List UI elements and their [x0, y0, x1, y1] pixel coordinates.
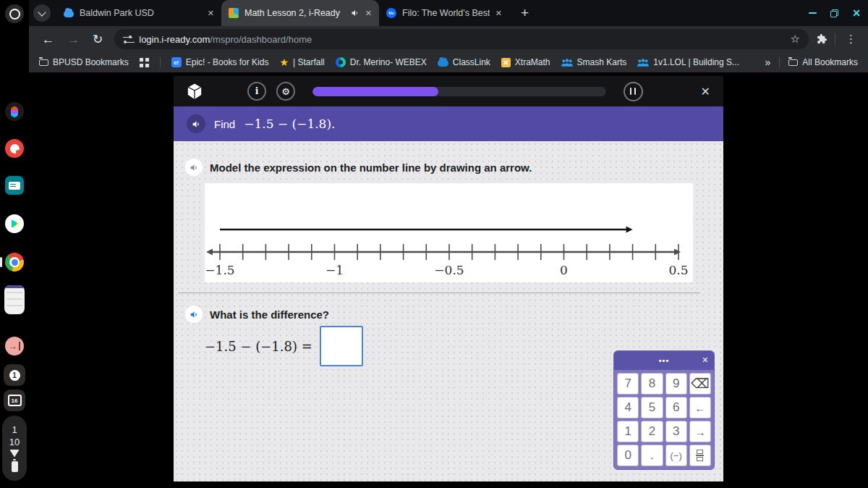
cursive-app-icon[interactable] [5, 176, 24, 195]
extensions-icon[interactable] [816, 33, 827, 45]
bookmark-label: 1v1.LOL | Building S... [653, 57, 739, 67]
bookmarks-folder-bpusd[interactable]: BPUSD Bookmarks [39, 57, 129, 67]
key-6[interactable]: 6 [665, 397, 687, 418]
speaker-icon[interactable] [185, 306, 203, 323]
url-path: /mspro/dashboard/home [210, 34, 312, 45]
bookmark-webex[interactable]: Dr. Merino- WEBEX [336, 57, 427, 67]
lesson-close-icon[interactable]: ✕ [701, 85, 710, 98]
all-bookmarks-label: All Bookmarks [802, 57, 858, 67]
canvas-app-icon[interactable] [5, 139, 24, 158]
equation-text: −1.5 − (−1.8) = [205, 339, 312, 354]
active-app-indicator [0, 257, 2, 267]
tab-close-icon[interactable]: ✕ [208, 9, 214, 18]
svg-text:0.5: 0.5 [668, 263, 688, 277]
section-divider [178, 293, 700, 293]
answer-input[interactable] [320, 326, 363, 366]
notification-app-icon[interactable]: 1 [4, 364, 25, 386]
pause-icon [630, 88, 632, 95]
tab-iready-lesson[interactable]: Math Lesson 2, i-Ready ✕ [221, 0, 379, 26]
backspace-icon[interactable]: ⌫ [689, 373, 711, 395]
tab-strip: Baldwin Park USD ✕ Math Lesson 2, i-Read… [29, 0, 868, 26]
launcher-icon[interactable] [5, 4, 24, 23]
speaker-icon[interactable] [187, 114, 205, 133]
tab-audio-icon[interactable] [351, 9, 359, 17]
number-pad: ••• × 789⌫456←123→0.(−) [613, 350, 715, 470]
all-bookmarks-button[interactable]: All Bookmarks [788, 57, 858, 67]
drag-handle-icon[interactable]: ••• [659, 356, 670, 365]
key-negative[interactable]: (−) [665, 445, 687, 466]
tab-search-button[interactable] [33, 4, 51, 22]
key-4[interactable]: 4 [617, 397, 639, 418]
question-expression: −1.5 − (−1.8). [244, 117, 335, 131]
tab-title: Math Lesson 2, i-Ready [244, 8, 345, 18]
key-8[interactable]: 8 [641, 373, 663, 395]
figma-app-icon[interactable] [5, 102, 24, 121]
reload-button[interactable]: ↻ [88, 33, 107, 46]
wifi-icon [9, 450, 20, 458]
play-store-icon[interactable] [5, 214, 24, 233]
bookmark-xtramath[interactable]: ✕XtraMath [501, 57, 550, 67]
close-window-icon[interactable]: ✕ [852, 7, 861, 19]
minimize-icon[interactable] [809, 12, 817, 14]
tab-baldwin-park[interactable]: Baldwin Park USD ✕ [56, 0, 221, 26]
pause-button[interactable] [624, 82, 643, 101]
sign-out-icon[interactable]: → [5, 337, 24, 356]
bookmark-classlink[interactable]: ClassLink [438, 57, 490, 67]
site-settings-icon[interactable] [123, 35, 132, 44]
window-stack-icon[interactable] [4, 285, 25, 314]
bookmarks-divider [779, 57, 780, 67]
key-3[interactable]: 3 [665, 421, 687, 442]
key-2[interactable]: 2 [641, 421, 663, 442]
status-tray[interactable]: 1 10 [2, 416, 27, 481]
key-decimal[interactable]: . [641, 445, 663, 466]
chrome-app-icon[interactable] [5, 253, 24, 272]
folder-icon [788, 59, 798, 66]
filo-favicon [386, 8, 396, 18]
tab-close-icon[interactable]: ✕ [495, 9, 502, 18]
cloud-icon [438, 60, 448, 67]
restore-icon[interactable] [830, 9, 838, 17]
info-button[interactable]: i [247, 82, 266, 101]
key-0[interactable]: 0 [617, 445, 639, 466]
speaker-icon[interactable] [185, 159, 203, 176]
key-1[interactable]: 1 [617, 421, 639, 442]
new-tab-button[interactable]: + [516, 5, 533, 21]
key-9[interactable]: 9 [665, 373, 687, 395]
fraction-icon[interactable] [689, 445, 711, 466]
bookmark-smash-karts[interactable]: Smash Karts [561, 57, 627, 67]
number-line-canvas[interactable]: −1.5−1−0.500.5 [205, 183, 693, 282]
key-7[interactable]: 7 [617, 373, 639, 395]
bookmark-starfall[interactable]: ★| Starfall [279, 57, 324, 67]
address-bar[interactable]: login.i-ready.com/mspro/dashboard/home ☆ [114, 29, 809, 49]
bookmark-label: ClassLink [453, 57, 490, 67]
page-background: i ⚙ ✕ Find −1.5 − (−1.8). [29, 72, 868, 488]
toolbar-divider [835, 33, 835, 45]
arrow-left-icon[interactable]: ← [689, 397, 711, 418]
forward-button[interactable]: → [63, 33, 84, 46]
lesson-toolbar: i ⚙ ✕ [174, 76, 723, 106]
back-button[interactable]: ← [38, 33, 59, 46]
url-host: login.i-ready.com [139, 34, 210, 45]
number-line[interactable]: −1.5−1−0.500.5 [205, 183, 693, 282]
webex-icon [336, 57, 346, 67]
xtramath-icon: ✕ [501, 58, 511, 67]
svg-text:−1.5: −1.5 [205, 263, 234, 277]
keypad-close-icon[interactable]: × [702, 354, 708, 366]
question-prefix: Find [214, 118, 235, 130]
star-icon: ★ [279, 57, 289, 67]
number-pad-header[interactable]: ••• × [614, 351, 714, 370]
settings-button[interactable]: ⚙ [276, 82, 295, 101]
key-5[interactable]: 5 [641, 397, 663, 418]
baldwin-favicon [64, 11, 74, 17]
bookmark-1v1lol[interactable]: 1v1.LOL | Building S... [637, 57, 739, 67]
screen: → 1 16 1 10 Baldwin Park USD ✕ Math Less… [0, 0, 868, 488]
arrow-right-icon[interactable]: → [689, 421, 711, 442]
bookmark-epic[interactable]: Epic! - Books for Kids [171, 57, 269, 67]
tab-close-icon[interactable]: ✕ [365, 9, 372, 18]
calendar-app-icon[interactable]: 16 [4, 390, 25, 411]
bookmark-star-icon[interactable]: ☆ [791, 33, 800, 46]
bookmarks-overflow-icon[interactable]: » [765, 56, 771, 68]
tab-filo[interactable]: Filo: The World's Best Study He ✕ [379, 0, 509, 26]
browser-menu-icon[interactable]: ⋮ [843, 33, 859, 46]
apps-grid-icon[interactable] [140, 58, 149, 67]
